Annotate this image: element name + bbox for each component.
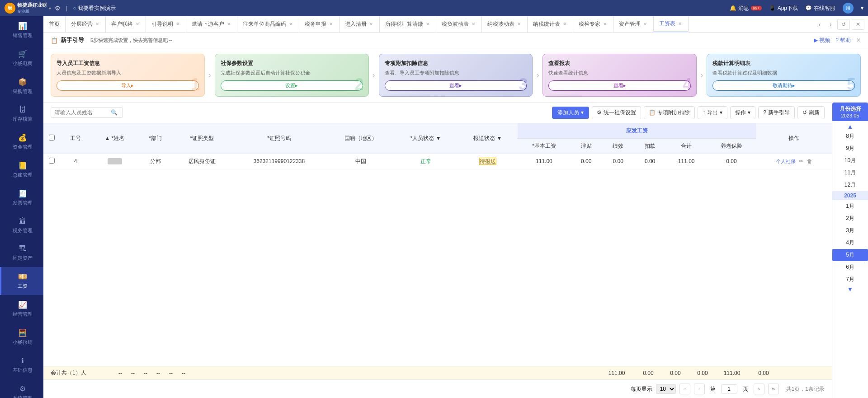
tab-stratified[interactable]: 分层经营 ✕ <box>66 16 106 33</box>
export-btn[interactable]: ↑ 导出 ▾ <box>698 106 727 119</box>
month-5-active[interactable]: 5月 <box>832 249 868 261</box>
last-page-btn[interactable]: » <box>768 384 779 394</box>
month-10[interactable]: 10月 <box>832 155 868 167</box>
video-link[interactable]: ▶ 视频 <box>814 37 830 44</box>
status-filter-icon[interactable]: ▼ <box>436 135 441 141</box>
tab-clearance[interactable]: 进入清册 ✕ <box>340 16 380 33</box>
user-dropdown-btn[interactable]: ▾ <box>861 5 863 11</box>
tab-close-icon[interactable]: ✕ <box>175 21 180 28</box>
op-personal-insurance[interactable]: 个人社保 <box>776 159 796 164</box>
addon-deduction-btn[interactable]: 📋 专项附加扣除 <box>644 106 695 119</box>
message-btn[interactable]: 🔔 消息 99+ <box>730 5 761 12</box>
tab-close-icon[interactable]: ✕ <box>288 21 293 28</box>
tab-payroll[interactable]: 工资表 ✕ <box>654 16 689 33</box>
step-3-btn[interactable]: 查看▸ <box>385 80 527 91</box>
operations-dropdown-icon[interactable]: ▾ <box>748 109 750 116</box>
sidebar-item-basic-info[interactable]: ℹ 基础信息 <box>0 351 43 379</box>
tab-tax-wave[interactable]: 纳税波动表 ✕ <box>482 16 528 33</box>
sidebar-item-sales[interactable]: 📊 销售管理 <box>0 16 43 44</box>
tab-close-icon[interactable]: ✕ <box>642 21 648 28</box>
tab-close-icon[interactable]: ✕ <box>425 21 430 28</box>
year-up-btn[interactable]: ▲ <box>847 123 854 130</box>
help-link[interactable]: ? 帮助 <box>835 37 851 44</box>
select-all-checkbox[interactable] <box>49 135 55 140</box>
tab-close-icon[interactable]: ✕ <box>94 21 100 28</box>
tab-payroll-close-icon[interactable]: ✕ <box>677 20 683 27</box>
month-8[interactable]: 8月 <box>832 130 868 142</box>
sidebar-item-operations[interactable]: 📈 经营管理 <box>0 295 43 323</box>
tab-invite[interactable]: 邀请下游客户 ✕ <box>186 16 237 33</box>
next-page-btn[interactable]: › <box>754 384 764 394</box>
tab-close-icon[interactable]: ✕ <box>328 21 334 28</box>
page-number-input[interactable] <box>721 384 737 393</box>
month-9[interactable]: 9月 <box>832 142 868 155</box>
logo-dropdown-icon[interactable]: ▾ <box>49 6 51 11</box>
sidebar-item-system[interactable]: ⚙ 系统管理 <box>0 379 43 398</box>
tab-close-icon[interactable]: ✕ <box>602 21 608 28</box>
sidebar-item-tax[interactable]: 🏛 税务管理 <box>0 212 43 239</box>
year-down-btn[interactable]: ▼ <box>847 286 854 293</box>
sidebar-item-expense[interactable]: 🧮 小畅报销 <box>0 323 43 351</box>
month-6[interactable]: 6月 <box>832 261 868 273</box>
step-2-btn[interactable]: 设置▸ <box>221 80 363 91</box>
app-download-btn[interactable]: 📱 App下载 <box>769 5 798 12</box>
step-4-btn[interactable]: 查看▸ <box>548 80 691 91</box>
operations-btn[interactable]: 操作 ▾ <box>730 106 755 119</box>
month-12[interactable]: 12月 <box>832 179 868 191</box>
search-input[interactable] <box>55 109 109 116</box>
tab-close-icon[interactable]: ✕ <box>368 21 374 28</box>
sidebar-item-payroll[interactable]: 💴 工资 <box>0 267 43 295</box>
tab-nav-next[interactable]: › <box>826 21 835 28</box>
tab-tax-burden[interactable]: 税负波动表 ✕ <box>436 16 482 33</box>
row-checkbox[interactable] <box>49 158 55 164</box>
month-4[interactable]: 4月 <box>832 237 868 249</box>
month-1[interactable]: 1月 <box>832 200 868 212</box>
tab-close-icon[interactable]: ✕ <box>562 21 567 28</box>
export-dropdown-icon[interactable]: ▾ <box>720 109 722 116</box>
sidebar-item-purchase[interactable]: 📦 采购管理 <box>0 72 43 100</box>
prev-page-btn[interactable]: ‹ <box>694 384 705 394</box>
tab-refresh-btn[interactable]: ↺ <box>837 19 850 30</box>
demo-link[interactable]: ○ 我要看实例演示 <box>73 5 116 12</box>
tab-annual-tax[interactable]: 所得税汇算清缴 ✕ <box>380 16 436 33</box>
guide-close-btn[interactable]: ✕ <box>856 37 861 43</box>
month-7[interactable]: 7月 <box>832 273 868 286</box>
tab-guide-desc[interactable]: 引导说明 ✕ <box>146 16 186 33</box>
sidebar-item-invoice[interactable]: 🧾 发票管理 <box>0 184 43 212</box>
online-service-btn[interactable]: 💬 在线客服 <box>805 5 835 12</box>
tab-tax-report[interactable]: 税务申报 ✕ <box>299 16 340 33</box>
month-2[interactable]: 2月 <box>832 212 868 225</box>
report-filter-icon[interactable]: ▼ <box>496 135 502 141</box>
refresh-btn[interactable]: ↺ 刷新 <box>797 106 825 119</box>
guide-btn[interactable]: ? 新手引导 <box>758 106 795 119</box>
page-size-select[interactable]: 10 20 50 <box>656 384 676 394</box>
tab-close-icon[interactable]: ✕ <box>226 21 231 28</box>
search-icon[interactable]: 🔍 <box>111 109 118 116</box>
step-1-btn[interactable]: 导入▸ <box>57 80 199 91</box>
sidebar-item-ecommerce[interactable]: 🛒 小畅电商 <box>0 44 43 72</box>
tab-nav-prev[interactable]: ‹ <box>815 21 825 28</box>
month-11[interactable]: 11月 <box>832 167 868 179</box>
first-page-btn[interactable]: « <box>679 384 690 394</box>
tab-close-icon[interactable]: ✕ <box>471 21 476 28</box>
tab-close-all-btn[interactable]: ✕ <box>852 19 864 30</box>
sidebar-item-inventory[interactable]: 🗄 库存核算 <box>0 100 43 128</box>
step-5-btn[interactable]: 敬请期待▸ <box>712 80 855 91</box>
avatar[interactable]: 用 <box>843 3 854 14</box>
sidebar-item-finance[interactable]: 💰 资金管理 <box>0 128 43 156</box>
sidebar-item-assets[interactable]: 🏗 固定资产 <box>0 239 43 267</box>
unified-settings-btn[interactable]: ⚙ 统一社保设置 <box>592 106 641 119</box>
month-3[interactable]: 3月 <box>832 225 868 237</box>
op-delete-icon[interactable]: 🗑 <box>807 158 812 164</box>
tab-close-icon[interactable]: ✕ <box>516 21 522 28</box>
sidebar-item-ledger[interactable]: 📒 总账管理 <box>0 156 43 184</box>
op-edit-icon[interactable]: ✏ <box>799 158 803 164</box>
tab-asset-mgmt[interactable]: 资产管理 ✕ <box>613 16 654 33</box>
settings-icon[interactable]: ⚙ <box>55 5 61 12</box>
add-person-btn[interactable]: 添加人员 ▾ <box>552 107 589 119</box>
add-person-dropdown-icon[interactable]: ▾ <box>581 109 584 116</box>
tab-crm[interactable]: 客户联络 ✕ <box>106 16 146 33</box>
tab-home[interactable]: 首页 <box>43 16 66 33</box>
tab-tax-expert[interactable]: 税检专家 ✕ <box>573 16 613 33</box>
tab-product-code[interactable]: 往来单位商品编码 ✕ <box>237 16 299 33</box>
